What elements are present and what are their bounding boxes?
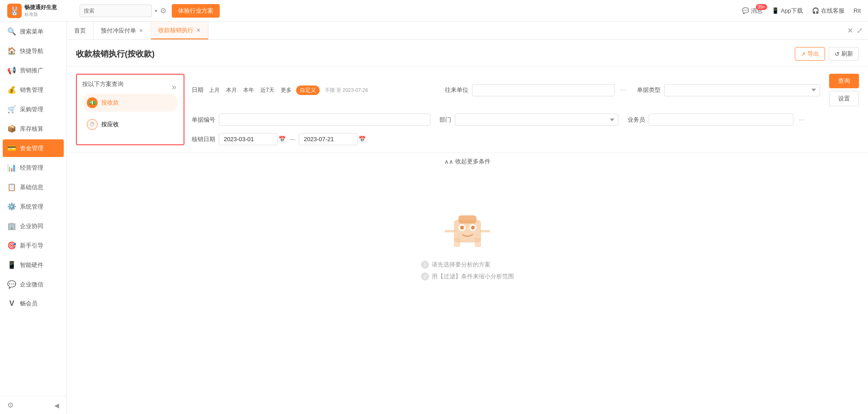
calendar-start-icon[interactable]: 📅 xyxy=(278,136,286,143)
verify-date-end-input[interactable] xyxy=(299,133,358,145)
sidebar-label-guide: 新手引导 xyxy=(20,242,43,250)
action-btns: 查询 设置 xyxy=(829,74,859,106)
sidebar-label-system: 系统管理 xyxy=(20,203,43,211)
sidebar-item-quicknav[interactable]: 🏠 快捷导航 xyxy=(0,41,66,61)
collapse-more-button[interactable]: ∧∧ 收起更多条件 xyxy=(444,157,491,166)
page-inner: 收款核销执行(按收款) ↗ 导出 ↺ 刷新 xyxy=(67,40,868,414)
svg-point-6 xyxy=(460,226,464,229)
verify-date-label: 核销日期 xyxy=(192,135,215,143)
box-icon: 📦 xyxy=(7,124,16,133)
dept-select[interactable] xyxy=(455,114,618,126)
card-icon: 💳 xyxy=(7,144,16,152)
building-icon: 🏢 xyxy=(7,222,16,230)
clipboard-icon: 📋 xyxy=(7,183,16,191)
refresh-button[interactable]: ↺ 刷新 xyxy=(829,47,859,61)
logo-icon: 🐰 xyxy=(7,4,22,18)
sidebar-item-finance[interactable]: 💳 资金管理 xyxy=(3,139,64,157)
message-button[interactable]: 💬 消息 99+ xyxy=(742,7,763,15)
cart-icon: 🛒 xyxy=(7,105,16,114)
sidebar-settings-icon[interactable]: ⚙ xyxy=(7,401,14,409)
date-link-this-month[interactable]: 本月 xyxy=(224,86,239,95)
counterparty-more-icon[interactable]: ··· xyxy=(618,86,628,94)
gear-icon[interactable]: ⚙ xyxy=(160,6,166,15)
date-link-custom[interactable]: 自定义 xyxy=(296,86,320,95)
sidebar-item-search[interactable]: 🔍 搜索菜单 xyxy=(0,22,66,41)
topbar-search-area: ▾ ⚙ xyxy=(80,5,166,17)
verify-date-start-input[interactable] xyxy=(219,133,278,145)
sidebar-bottom: ⚙ ◀ xyxy=(0,396,66,414)
tab-prepay[interactable]: 预付冲应付单 ✕ xyxy=(94,22,151,39)
sidebar-collapse-icon[interactable]: ◀ xyxy=(54,402,59,409)
query-button[interactable]: 查询 xyxy=(829,74,859,88)
tab-home-label: 首页 xyxy=(74,27,86,35)
sidebar-item-operation[interactable]: 📊 经营管理 xyxy=(0,158,66,177)
svg-rect-2 xyxy=(454,238,460,247)
money-icon: 💰 xyxy=(7,86,16,94)
search-icon: 🔍 xyxy=(7,27,16,36)
sidebar-item-marketing[interactable]: 📢 营销推广 xyxy=(0,61,66,80)
sidebar-label-purchase: 采购管理 xyxy=(20,105,43,114)
counterparty-input[interactable] xyxy=(472,84,615,96)
online-service-button[interactable]: 🎧 在线客服 xyxy=(812,7,844,15)
counterparty-label: 往来单位 xyxy=(445,86,468,94)
salesperson-more-icon[interactable]: ··· xyxy=(797,116,807,124)
solution-button[interactable]: 体验行业方案 xyxy=(172,4,220,18)
sidebar-label-member: 畅会员 xyxy=(20,300,38,308)
headset-icon: 🎧 xyxy=(812,7,819,14)
sidebar-item-wechat[interactable]: 💬 企业微信 xyxy=(0,275,66,294)
tab-receipt-close[interactable]: ✕ xyxy=(196,27,201,33)
tab-home[interactable]: 首页 xyxy=(67,22,94,39)
tab-receipt-verify[interactable]: 收款核销执行 ✕ xyxy=(151,22,208,39)
chevron-down-icon[interactable]: ▾ xyxy=(155,8,157,14)
filter-option-by-receipt[interactable]: 💵 按收款 xyxy=(82,94,178,112)
filter-more-row: ∧∧ 收起更多条件 xyxy=(67,152,868,170)
filter-option-by-receivable[interactable]: ⏱ 按应收 xyxy=(82,115,178,133)
date-link-this-year[interactable]: 本年 xyxy=(241,86,256,95)
date-link-last-month[interactable]: 上月 xyxy=(207,86,222,95)
topbar-search-input[interactable] xyxy=(80,5,152,17)
sidebar-label-sales: 销售管理 xyxy=(20,86,43,94)
page-title: 收款核销执行(按收款) xyxy=(76,48,155,59)
hardware-icon: 📱 xyxy=(7,261,16,269)
date-link-last-7[interactable]: 近7天 xyxy=(259,86,276,95)
sidebar-item-purchase[interactable]: 🛒 采购管理 xyxy=(0,100,66,119)
tab-prepay-close[interactable]: ✕ xyxy=(139,28,143,34)
chevron-up-icon: ∧∧ xyxy=(444,158,453,165)
sidebar-label-hardware: 智能硬件 xyxy=(20,261,43,269)
tab-close-all-icon[interactable]: ✕ xyxy=(847,26,853,35)
sidebar-item-guide[interactable]: 🎯 新手引导 xyxy=(0,236,66,255)
svg-point-7 xyxy=(471,226,475,229)
user-info[interactable]: Rit xyxy=(854,7,861,14)
filter-scheme-title: 按以下方案查询 xyxy=(82,80,123,88)
sidebar-label-inventory: 库存核算 xyxy=(20,125,43,133)
app-name: 畅捷通好生意 xyxy=(24,4,57,11)
sidebar-item-system[interactable]: ⚙️ 系统管理 xyxy=(0,197,66,216)
tip-num-1: 1 xyxy=(421,261,429,269)
date-range-label: 不限 至 2023-07-26 xyxy=(325,87,368,94)
tip-num-2: 2 xyxy=(421,272,429,281)
date-links: 上月 本月 本年 近7天 更多 自定义 xyxy=(207,86,320,95)
app-download-button[interactable]: 📱 App下载 xyxy=(772,7,803,15)
message-icon: 💬 xyxy=(742,7,749,14)
sidebar-label-marketing: 营销推广 xyxy=(20,67,43,75)
filter-row-3: 核销日期 📅 — 📅 xyxy=(192,133,859,145)
megaphone-icon: 📢 xyxy=(7,66,16,75)
salesperson-input[interactable] xyxy=(649,114,793,126)
tab-expand-icon[interactable]: ⤢ xyxy=(857,26,863,35)
bill-type-select[interactable] xyxy=(664,84,820,96)
settings-button[interactable]: 设置 xyxy=(829,91,859,106)
sidebar-item-enterprise[interactable]: 🏢 企业协同 xyxy=(0,216,66,236)
sidebar-item-hardware[interactable]: 📱 智能硬件 xyxy=(0,255,66,275)
filter-collapse-btn[interactable]: » xyxy=(170,82,178,92)
bill-no-input[interactable] xyxy=(219,114,430,126)
filter-panel: 按以下方案查询 » 💵 按收款 ⏱ 按应收 xyxy=(67,67,868,152)
empty-tip-2-text: 用【过滤】条件来缩小分析范围 xyxy=(432,272,514,281)
export-button[interactable]: ↗ 导出 xyxy=(795,47,825,61)
sidebar-item-sales[interactable]: 💰 销售管理 xyxy=(0,80,66,100)
date-link-more[interactable]: 更多 xyxy=(279,86,293,95)
calendar-end-icon[interactable]: 📅 xyxy=(359,136,366,143)
sidebar-item-basic[interactable]: 📋 基础信息 xyxy=(0,177,66,197)
sidebar-item-inventory[interactable]: 📦 库存核算 xyxy=(0,119,66,138)
sidebar-item-member[interactable]: V 畅会员 xyxy=(0,294,66,313)
filter-bill-no-group: 单据编号 xyxy=(192,114,430,126)
